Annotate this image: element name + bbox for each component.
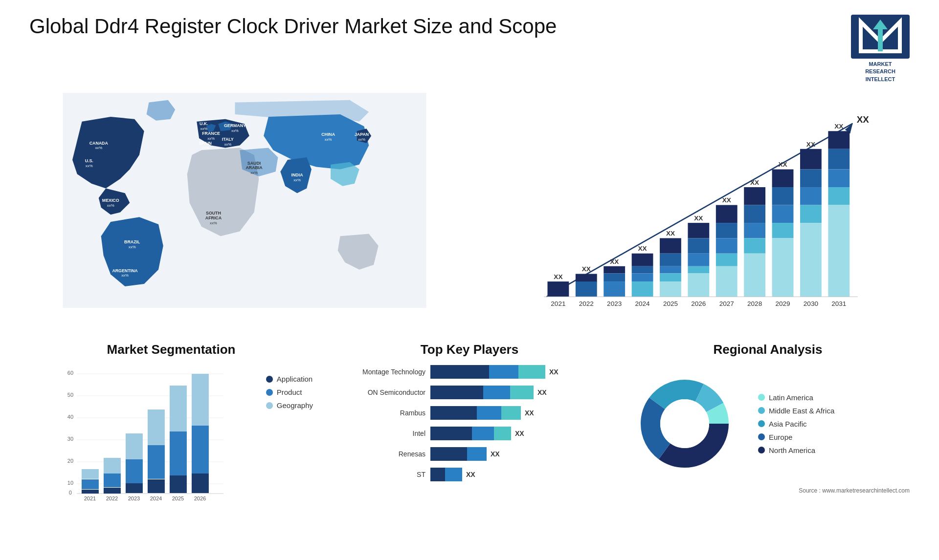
player-row: Rambus XX [337, 406, 602, 420]
svg-rect-70 [716, 205, 738, 223]
player-name: Renesas [337, 450, 425, 458]
svg-text:XX: XX [638, 245, 647, 253]
bar-seg3 [501, 406, 521, 420]
world-map-container: CANADA xx% U.S. xx% MEXICO xx% BRAZIL xx… [29, 93, 460, 308]
svg-text:SPAIN: SPAIN [199, 141, 212, 146]
svg-rect-138 [170, 386, 187, 431]
svg-text:SAUDI: SAUDI [247, 161, 261, 166]
svg-text:xx%: xx% [358, 137, 365, 142]
legend-latin-america: Latin America [758, 393, 834, 402]
player-value: XX [537, 388, 547, 396]
player-row: ST XX [337, 468, 602, 481]
player-row: Intel XX [337, 427, 602, 440]
top-section: CANADA xx% U.S. xx% MEXICO xx% BRAZIL xx… [29, 93, 910, 327]
player-bar-container: XX [430, 447, 602, 461]
svg-text:ARABIA: ARABIA [246, 166, 263, 171]
svg-text:30: 30 [67, 436, 73, 442]
svg-rect-133 [148, 445, 165, 479]
svg-text:XX: XX [750, 179, 759, 186]
svg-rect-132 [148, 479, 165, 493]
svg-text:xx%: xx% [231, 129, 239, 133]
legend-label-mea: Middle East & Africa [769, 407, 834, 415]
player-bar-container: XX [430, 365, 602, 379]
svg-rect-50 [632, 254, 653, 266]
svg-rect-60 [660, 281, 681, 297]
player-bar [430, 406, 521, 420]
legend-dot-application [266, 376, 273, 383]
svg-rect-58 [660, 266, 681, 274]
svg-rect-100 [828, 170, 850, 188]
player-bar-container: XX [430, 386, 602, 399]
svg-rect-45 [604, 266, 625, 274]
regional-section: Regional Analysis [626, 342, 910, 504]
svg-text:BRAZIL: BRAZIL [124, 239, 140, 244]
svg-rect-86 [772, 205, 794, 223]
svg-rect-72 [716, 238, 738, 254]
legend-mea: Middle East & Africa [758, 407, 834, 415]
svg-rect-79 [744, 223, 765, 238]
legend-label-geography: Geography [277, 401, 313, 409]
svg-rect-129 [126, 459, 143, 483]
legend-geography: Geography [266, 401, 313, 409]
svg-rect-120 [82, 490, 99, 494]
seg-legend: Application Product Geography [266, 365, 313, 409]
svg-text:GERMANY: GERMANY [224, 124, 246, 129]
svg-text:40: 40 [67, 414, 73, 420]
legend-dot-latin [758, 394, 765, 401]
svg-rect-65 [688, 254, 709, 266]
seg-chart-left: 60 50 40 30 20 10 0 [29, 365, 256, 504]
svg-text:ITALY: ITALY [222, 137, 234, 142]
svg-text:XX: XX [722, 197, 731, 204]
bar-seg2 [472, 427, 494, 440]
bar-chart-section: XX 2021 XX 2022 XX 2023 XX [479, 93, 910, 327]
seg-chart-container: 60 50 40 30 20 10 0 [29, 365, 313, 504]
player-row: ON Semiconductor XX [337, 386, 602, 399]
seg-chart-svg: 60 50 40 30 20 10 0 [29, 365, 256, 502]
svg-text:CANADA: CANADA [89, 141, 109, 146]
key-players-section: Top Key Players Montage Technology XX O [328, 342, 611, 504]
svg-text:2025: 2025 [172, 495, 184, 501]
svg-rect-46 [604, 274, 625, 282]
svg-rect-94 [800, 205, 822, 223]
player-name: Montage Technology [337, 368, 425, 376]
legend-dot-product [266, 389, 273, 396]
svg-text:XX: XX [806, 141, 815, 148]
svg-text:xx%: xx% [129, 245, 136, 249]
legend-apac: Asia Pacific [758, 420, 834, 428]
legend-application: Application [266, 375, 313, 383]
player-bar-container: XX [430, 406, 602, 420]
page-container: Global Ddr4 Register Clock Driver Market… [0, 0, 939, 560]
svg-rect-87 [772, 223, 794, 238]
svg-text:CHINA: CHINA [321, 132, 335, 137]
svg-text:2022: 2022 [106, 495, 118, 501]
bar-seg1 [430, 386, 483, 399]
svg-rect-101 [828, 187, 850, 205]
svg-rect-80 [744, 238, 765, 254]
legend-label-application: Application [277, 375, 313, 383]
player-bar-container: XX [430, 468, 602, 481]
legend-dot-mea [758, 407, 765, 414]
svg-rect-51 [632, 266, 653, 274]
svg-text:2031: 2031 [831, 300, 846, 307]
bar-seg3 [510, 386, 534, 399]
legend-label-latin: Latin America [769, 393, 813, 402]
svg-text:xx%: xx% [95, 146, 102, 151]
svg-rect-74 [716, 266, 738, 297]
legend-label-na: North America [769, 446, 815, 454]
svg-text:xx%: xx% [201, 146, 209, 151]
svg-rect-136 [170, 475, 187, 493]
svg-text:xx%: xx% [325, 137, 332, 142]
svg-text:XX: XX [554, 273, 562, 280]
svg-rect-141 [192, 426, 209, 474]
svg-text:XX: XX [857, 114, 870, 125]
player-value: XX [525, 409, 534, 417]
donut-with-legend: Latin America Middle East & Africa Asia … [626, 365, 910, 482]
svg-text:0: 0 [69, 490, 72, 495]
svg-text:AFRICA: AFRICA [205, 215, 222, 220]
svg-rect-122 [82, 469, 99, 479]
svg-rect-102 [828, 205, 850, 297]
bar-seg3 [494, 427, 511, 440]
svg-rect-124 [104, 488, 121, 494]
player-bar-container: XX [430, 427, 602, 440]
svg-rect-91 [800, 149, 822, 170]
